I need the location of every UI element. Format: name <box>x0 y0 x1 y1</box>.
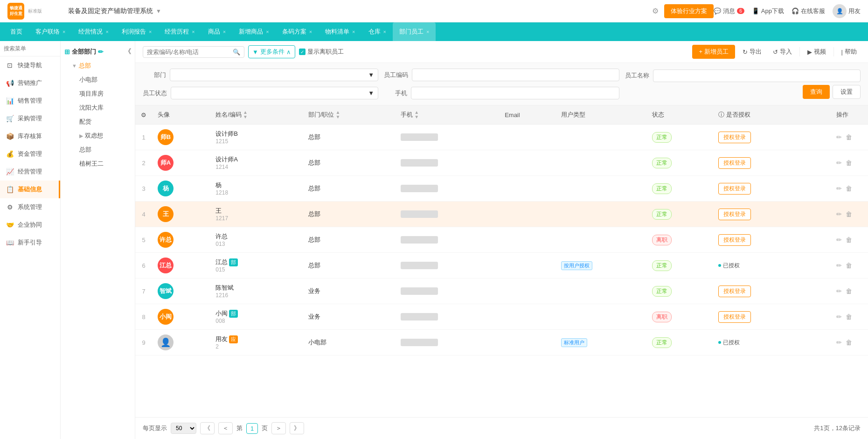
tab-operation[interactable]: 经营情况× <box>72 22 115 41</box>
view-button[interactable]: ▶ 视频 <box>804 46 830 58</box>
show-inactive-checkbox[interactable]: ✓ 显示离职员工 <box>299 48 344 56</box>
import-button[interactable]: ↺ 导入 <box>769 46 796 58</box>
close-icon[interactable]: × <box>149 29 152 35</box>
empname-input[interactable] <box>653 70 861 82</box>
col-settings[interactable]: ⚙ <box>135 105 152 125</box>
search-input[interactable] <box>147 49 231 56</box>
tab-barcode[interactable]: 条码方案× <box>276 22 319 41</box>
edit-icon[interactable]: ✏ <box>836 339 842 346</box>
edit-icon[interactable]: ✏ <box>836 236 842 244</box>
tab-warehouse[interactable]: 仓库× <box>362 22 393 41</box>
app-download-button[interactable]: 📱 App下载 <box>752 7 784 15</box>
auth-button[interactable]: 授权登录 <box>718 234 751 246</box>
sidebar-item-purchase[interactable]: 🛒 采购管理 <box>0 110 60 127</box>
dept-item-zongbu2[interactable]: 总部 <box>68 143 135 157</box>
next-page-button[interactable]: ＞ <box>271 422 286 434</box>
phone-input[interactable] <box>411 87 619 99</box>
row-phone-cell: ●●●●●●●● <box>395 330 499 355</box>
edit-icon[interactable]: ✏ <box>836 313 842 321</box>
delete-icon[interactable]: 🗑 <box>846 133 852 141</box>
close-icon[interactable]: × <box>383 29 386 35</box>
delete-icon[interactable]: 🗑 <box>846 236 852 244</box>
close-icon[interactable]: × <box>309 29 312 35</box>
tab-home[interactable]: 首页 <box>4 22 29 41</box>
edit-icon[interactable]: ✏ <box>836 287 842 295</box>
dept-item-shuanglv[interactable]: ▶ 双虑想 <box>68 129 135 143</box>
edit-icon[interactable]: ✏ <box>836 210 842 218</box>
dept-item-peihuo[interactable]: 配货 <box>68 115 135 129</box>
online-service-button[interactable]: 🎧 在线客服 <box>792 7 825 15</box>
auth-button[interactable]: 授权登录 <box>718 183 751 195</box>
export-button[interactable]: ↻ 导出 <box>739 46 765 58</box>
last-page-button[interactable]: 》 <box>290 422 304 434</box>
delete-icon[interactable]: 🗑 <box>846 185 852 192</box>
sidebar-item-marketing[interactable]: 📢 营销推广 <box>0 74 60 92</box>
sidebar-item-sales[interactable]: 📊 销售管理 <box>0 92 60 110</box>
auth-button[interactable]: 授权登录 <box>718 286 751 297</box>
tab-add-goods[interactable]: 新增商品× <box>232 22 275 41</box>
edit-icon[interactable]: ✏ <box>836 133 842 141</box>
edit-icon[interactable]: ✏ <box>836 262 842 269</box>
delete-icon[interactable]: 🗑 <box>846 210 852 218</box>
query-button[interactable]: 查询 <box>803 85 830 99</box>
close-icon[interactable]: × <box>105 29 108 35</box>
sidebar-item-guide[interactable]: 📖 新手引导 <box>0 234 60 251</box>
close-icon[interactable]: × <box>266 29 269 35</box>
col-name[interactable]: 姓名/编码 ▲▼ <box>210 105 302 125</box>
delete-icon[interactable]: 🗑 <box>846 159 852 167</box>
sidebar-item-basicinfo[interactable]: 📋 基础信息 <box>0 181 60 198</box>
dept-item-zhishu[interactable]: 植树王二 <box>68 157 135 171</box>
help-button[interactable]: | 帮助 <box>838 46 861 58</box>
tab-customer[interactable]: 客户联络× <box>29 22 72 41</box>
gear-button[interactable]: ⚙ <box>652 7 659 15</box>
tab-bom[interactable]: 物料清单× <box>319 22 361 41</box>
set-button[interactable]: 设置 <box>833 85 861 99</box>
empcode-input[interactable] <box>412 69 619 81</box>
auth-button[interactable]: 授权登录 <box>718 157 751 169</box>
empstatus-select[interactable]: ▼ <box>171 87 378 99</box>
employee-code: 1218 <box>215 189 297 196</box>
more-filter-button[interactable]: ▼ 更多条件 ∧ <box>248 45 295 58</box>
delete-icon[interactable]: 🗑 <box>846 262 852 269</box>
dept-item-xiangmu[interactable]: 项目库房 <box>68 87 135 101</box>
dept-edit-icon[interactable]: ✏ <box>98 48 104 56</box>
sidebar-search-input[interactable] <box>4 45 61 52</box>
auth-button[interactable]: 授权登录 <box>718 311 751 323</box>
dept-item-shenyang[interactable]: 沈阳大库 <box>68 101 135 115</box>
delete-icon[interactable]: 🗑 <box>846 313 852 321</box>
dept-item-zongbu[interactable]: ▼ 总部 <box>68 59 135 73</box>
trial-button[interactable]: 体验行业方案 <box>664 4 714 18</box>
close-icon[interactable]: × <box>223 29 226 35</box>
dept-item-xiaodian[interactable]: 小电部 <box>68 73 135 87</box>
sidebar-item-finance[interactable]: 💰 资金管理 <box>0 145 60 163</box>
message-button[interactable]: 💬 消息 6 <box>714 7 744 15</box>
sidebar-item-system[interactable]: ⚙ 系统管理 <box>0 198 60 216</box>
tab-profit[interactable]: 利润报告× <box>115 22 158 41</box>
col-phone[interactable]: 手机 ▲▼ <box>395 105 499 125</box>
add-employee-button[interactable]: + 新增员工 <box>692 45 735 59</box>
sidebar-item-inventory[interactable]: 📦 库存核算 <box>0 127 60 145</box>
dept-select[interactable]: ▼ <box>170 69 378 81</box>
per-page-select[interactable]: 50 20 100 <box>171 423 196 434</box>
first-page-button[interactable]: 《 <box>200 422 215 434</box>
edit-icon[interactable]: ✏ <box>836 159 842 167</box>
delete-icon[interactable]: 🗑 <box>846 339 852 346</box>
sidebar-item-collab[interactable]: 🤝 企业协同 <box>0 216 60 234</box>
close-icon[interactable]: × <box>62 29 65 35</box>
close-icon[interactable]: × <box>352 29 355 35</box>
edit-icon[interactable]: ✏ <box>836 185 842 192</box>
close-icon[interactable]: × <box>192 29 194 35</box>
col-dept[interactable]: 部门/职位 ▲▼ <box>303 105 395 125</box>
sidebar-item-quicknav[interactable]: ⊡ 快捷导航 <box>0 56 60 74</box>
close-icon[interactable]: × <box>426 29 429 35</box>
dept-collapse-icon[interactable]: 《 <box>125 48 131 56</box>
delete-icon[interactable]: 🗑 <box>846 287 852 295</box>
sidebar-item-business[interactable]: 📈 经营管理 <box>0 163 60 181</box>
tab-goods[interactable]: 商品× <box>201 22 232 41</box>
tab-history[interactable]: 经营历程× <box>158 22 201 41</box>
user-menu-button[interactable]: 👤 用友 <box>833 4 861 18</box>
prev-page-button[interactable]: ＜ <box>218 422 233 434</box>
auth-button[interactable]: 授权登录 <box>718 132 751 143</box>
tab-employees[interactable]: 部门员工× <box>393 22 436 41</box>
auth-button[interactable]: 授权登录 <box>718 209 751 220</box>
